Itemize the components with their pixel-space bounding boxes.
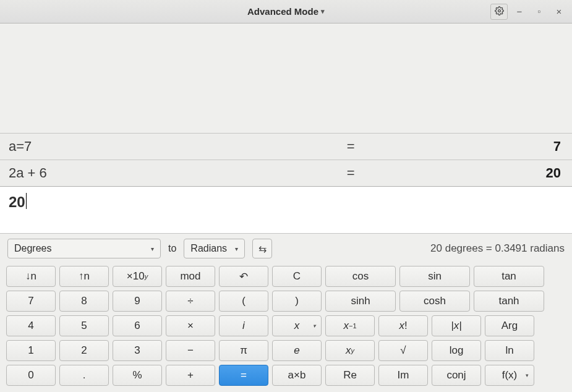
multiply-button[interactable]: × [166, 315, 215, 336]
minimize-button[interactable]: − [511, 4, 527, 20]
expression-input[interactable]: 20 [0, 186, 572, 233]
imag-part-button[interactable]: Im [378, 365, 428, 386]
history-row[interactable]: a=7 = 7 [0, 133, 572, 160]
decimal-button[interactable]: . [59, 365, 109, 386]
unit-from-value: Degrees [14, 243, 51, 254]
digit-6-button[interactable]: 6 [113, 315, 162, 336]
cosh-button[interactable]: cosh [399, 291, 470, 312]
conversion-to-label: to [168, 243, 176, 254]
power-button[interactable]: xy [325, 340, 375, 361]
history-blank-area [0, 23, 572, 133]
arg-button[interactable]: Arg [485, 315, 534, 336]
real-part-button[interactable]: Re [325, 365, 375, 386]
digit-5-button[interactable]: 5 [59, 315, 109, 336]
titlebar-controls: − ▫ × [490, 4, 567, 20]
maximize-icon: ▫ [538, 7, 541, 16]
var-x-button[interactable]: x▾ [272, 315, 322, 336]
history-equals: = [341, 138, 360, 155]
sin-button[interactable]: sin [399, 266, 470, 287]
add-button[interactable]: + [166, 365, 215, 386]
tanh-button[interactable]: tanh [474, 291, 544, 312]
digit-0-button[interactable]: 0 [6, 365, 56, 386]
settings-button[interactable] [490, 4, 508, 20]
chevron-down-icon: ▾ [526, 372, 529, 378]
left-paren-button[interactable]: ( [219, 291, 268, 312]
chevron-down-icon: ▾ [235, 245, 238, 252]
digit-1-button[interactable]: 1 [6, 340, 56, 361]
fx-button[interactable]: f(x)▾ [485, 365, 534, 386]
digit-7-button[interactable]: 7 [6, 291, 56, 312]
superscript-button[interactable]: ↑n [59, 266, 109, 287]
inverse-button[interactable]: x−1 [325, 315, 375, 336]
mod-button[interactable]: mod [166, 266, 215, 287]
keypad: ↓n ↑n ×10y mod ↶ C cos sin tan 7 8 9 ÷ (… [0, 263, 572, 392]
unit-from-select[interactable]: Degrees ▾ [7, 239, 161, 258]
sinh-button[interactable]: sinh [325, 291, 396, 312]
undo-button[interactable]: ↶ [219, 266, 268, 287]
axb-button[interactable]: a×b [272, 365, 322, 386]
tan-button[interactable]: tan [474, 266, 544, 287]
chevron-down-icon: ▾ [321, 7, 325, 15]
chevron-down-icon: ▾ [313, 323, 316, 329]
text-cursor [26, 193, 27, 209]
cos-button[interactable]: cos [325, 266, 396, 287]
conversion-result: 20 degrees = 0.3491 radians [430, 242, 565, 255]
svg-point-0 [498, 9, 500, 12]
history-row[interactable]: 2a + 6 = 20 [0, 160, 572, 186]
e-button[interactable]: e [272, 340, 322, 361]
pi-button[interactable]: π [219, 340, 268, 361]
factorial-button[interactable]: x! [378, 315, 428, 336]
ln-button[interactable]: ln [485, 340, 534, 361]
window-title: Advanced Mode [247, 6, 318, 17]
abs-button[interactable]: |x| [432, 315, 481, 336]
history-result: 7 [360, 138, 563, 155]
history-result: 20 [360, 165, 563, 181]
swap-units-button[interactable]: ⇆ [252, 239, 272, 258]
unit-to-select[interactable]: Radians ▾ [184, 239, 245, 258]
digit-8-button[interactable]: 8 [59, 291, 109, 312]
close-icon: × [557, 6, 562, 17]
imaginary-button[interactable]: i [219, 315, 268, 336]
history-expression: a=7 [9, 138, 341, 155]
right-paren-button[interactable]: ) [272, 291, 322, 312]
gear-icon [495, 6, 504, 17]
maximize-button[interactable]: ▫ [531, 4, 547, 20]
percent-button[interactable]: % [113, 365, 162, 386]
subtract-button[interactable]: − [166, 340, 215, 361]
log-button[interactable]: log [432, 340, 481, 361]
equals-button[interactable]: = [219, 365, 268, 386]
conversion-bar: Degrees ▾ to Radians ▾ ⇆ 20 degrees = 0.… [0, 233, 572, 263]
divide-button[interactable]: ÷ [166, 291, 215, 312]
sqrt-button[interactable]: √ [378, 340, 428, 361]
history-equals: = [341, 165, 360, 181]
digit-4-button[interactable]: 4 [6, 315, 56, 336]
sci-notation-button[interactable]: ×10y [113, 266, 162, 287]
subscript-button[interactable]: ↓n [6, 266, 56, 287]
chevron-down-icon: ▾ [151, 245, 154, 252]
minimize-icon: − [517, 6, 523, 17]
conj-button[interactable]: conj [432, 365, 481, 386]
titlebar: Advanced Mode ▾ − ▫ × [0, 0, 572, 23]
clear-button[interactable]: C [272, 266, 322, 287]
digit-9-button[interactable]: 9 [113, 291, 162, 312]
digit-2-button[interactable]: 2 [59, 340, 109, 361]
mode-selector[interactable]: Advanced Mode ▾ [247, 6, 325, 17]
digit-3-button[interactable]: 3 [113, 340, 162, 361]
unit-to-value: Radians [190, 243, 227, 254]
swap-icon: ⇆ [258, 243, 267, 255]
close-button[interactable]: × [551, 4, 567, 20]
input-value: 20 [9, 194, 25, 210]
history-expression: 2a + 6 [9, 165, 341, 181]
undo-icon: ↶ [239, 270, 248, 283]
